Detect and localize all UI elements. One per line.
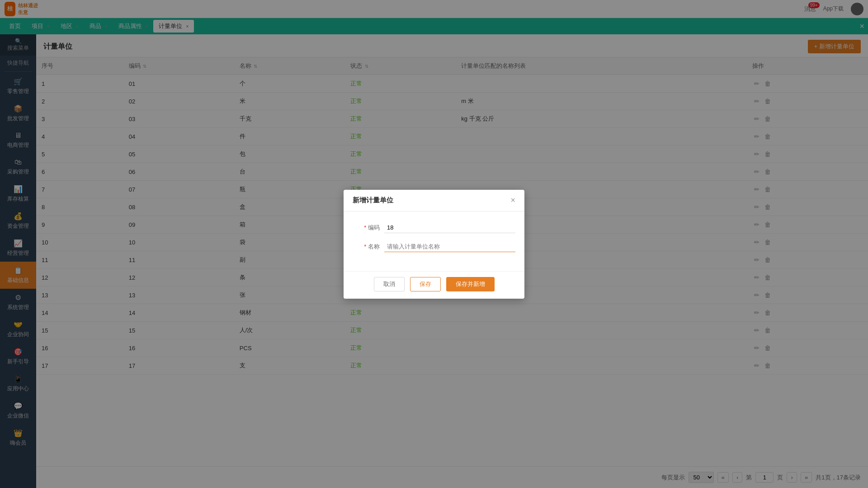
name-input[interactable] — [384, 241, 515, 252]
modal-overlay: 新增计量单位 × * 编码 * 名称 取消 保存 保存并新增 — [0, 0, 868, 488]
code-form-row: * 编码 — [353, 222, 515, 233]
modal-header: 新增计量单位 × — [344, 190, 524, 211]
cancel-button[interactable]: 取消 — [374, 277, 405, 291]
save-button[interactable]: 保存 — [410, 277, 441, 291]
modal-body: * 编码 * 名称 — [344, 211, 524, 271]
name-form-row: * 名称 — [353, 241, 515, 252]
name-label: * 名称 — [353, 243, 380, 251]
code-required-star: * — [364, 224, 366, 231]
save-and-new-button[interactable]: 保存并新增 — [446, 277, 495, 291]
code-input[interactable] — [384, 222, 515, 233]
modal-footer: 取消 保存 保存并新增 — [344, 271, 524, 299]
modal-title: 新增计量单位 — [353, 196, 393, 205]
code-label: * 编码 — [353, 224, 380, 232]
name-required-star: * — [364, 243, 366, 250]
modal-close-button[interactable]: × — [510, 196, 515, 204]
add-measure-unit-modal: 新增计量单位 × * 编码 * 名称 取消 保存 保存并新增 — [344, 190, 524, 299]
